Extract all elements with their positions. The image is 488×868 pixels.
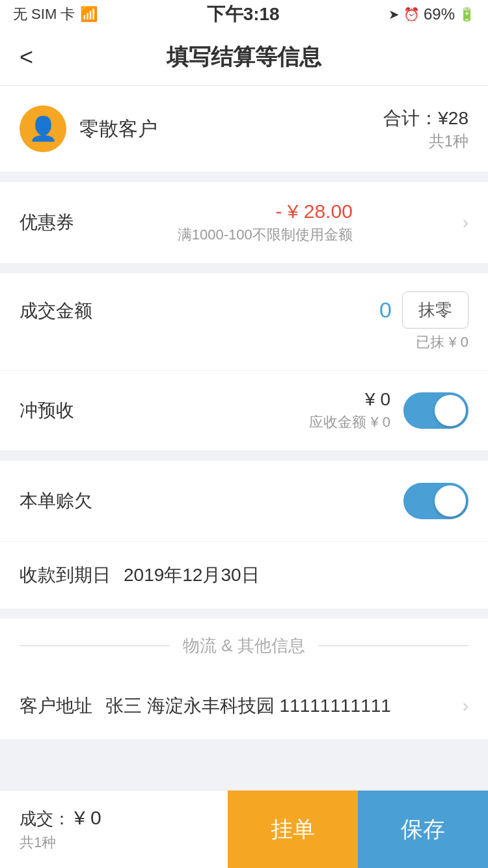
prepayment-toggle[interactable]: [403, 392, 468, 429]
duedate-row: 收款到期日 2019年12月30日: [0, 541, 488, 608]
status-left: 无 SIM 卡 📶: [13, 5, 98, 24]
customer-count: 共1种: [383, 131, 468, 152]
bottom-chengjiao: 成交： ¥ 0: [20, 807, 228, 830]
logistics-label: 物流 & 其他信息: [183, 634, 305, 657]
back-button[interactable]: <: [20, 44, 33, 71]
transaction-subtext: 已抹 ¥ 0: [416, 332, 468, 352]
hang-button[interactable]: 挂单: [228, 791, 358, 868]
debit-toggle-knob: [435, 485, 466, 517]
chengjiao-label: 成交：: [20, 807, 70, 830]
customer-row: 👤 零散客户 合计：¥28 共1种: [0, 86, 488, 172]
status-right: ➤ ⏰ 69% 🔋: [388, 5, 475, 23]
duedate-value: 2019年12月30日: [124, 563, 260, 588]
avatar-icon: 👤: [29, 115, 58, 142]
duedate-label: 收款到期日: [20, 563, 111, 588]
logistics-header: 物流 & 其他信息: [0, 619, 488, 673]
prepayment-values: ¥ 0 应收金额 ¥ 0: [309, 389, 390, 432]
customer-total: 合计：¥28: [383, 106, 468, 131]
coupon-row[interactable]: 优惠券 - ¥ 28.00 满1000-100不限制使用金额 ›: [0, 182, 488, 263]
wifi-icon: 📶: [80, 6, 98, 23]
prepayment-right: ¥ 0 应收金额 ¥ 0: [309, 389, 468, 432]
transaction-row: 成交金额 0 抹零 已抹 ¥ 0: [0, 273, 488, 370]
nav-bar: < 填写结算等信息: [0, 29, 488, 86]
address-arrow-icon: ›: [463, 696, 468, 716]
bottom-bar: 成交： ¥ 0 共1种 挂单 保存: [0, 790, 488, 868]
battery-text: 69%: [424, 5, 455, 23]
address-label: 客户地址: [20, 694, 92, 718]
coupon-arrow-icon: ›: [463, 212, 468, 233]
customer-name: 零散客户: [79, 116, 157, 142]
prepayment-row: 冲预收 ¥ 0 应收金额 ¥ 0: [0, 370, 488, 450]
prepayment-subtext: 应收金额 ¥ 0: [309, 413, 390, 432]
coupon-value: - ¥ 28.00: [275, 200, 352, 223]
bottom-info: 成交： ¥ 0 共1种: [0, 791, 228, 868]
address-section[interactable]: 客户地址 张三 海淀永丰科技园 11111111111 ›: [0, 673, 488, 739]
logistics-line-left: [20, 645, 170, 646]
status-time: 下午3:18: [207, 2, 280, 27]
alarm-icon: ⏰: [403, 7, 420, 22]
customer-total-info: 合计：¥28 共1种: [383, 106, 468, 152]
prepayment-value: ¥ 0: [365, 389, 390, 410]
debit-section: 本单赊欠 收款到期日 2019年12月30日: [0, 461, 488, 608]
address-row[interactable]: 客户地址 张三 海淀永丰科技园 11111111111 ›: [0, 673, 488, 739]
logistics-divider: 物流 & 其他信息: [0, 619, 488, 673]
address-value: 张三 海淀永丰科技园 11111111111: [105, 694, 463, 718]
logistics-line-right: [318, 645, 468, 646]
customer-info: 👤 零散客户: [20, 105, 157, 152]
transaction-label: 成交金额: [20, 292, 92, 331]
no-sim-text: 无 SIM 卡: [13, 5, 75, 24]
coupon-section[interactable]: 优惠券 - ¥ 28.00 满1000-100不限制使用金额 ›: [0, 182, 488, 263]
avatar: 👤: [20, 105, 66, 152]
customer-section: 👤 零散客户 合计：¥28 共1种: [0, 86, 488, 172]
save-button[interactable]: 保存: [358, 791, 488, 868]
location-icon: ➤: [388, 7, 400, 22]
toggle-knob: [435, 395, 466, 426]
page-title: 填写结算等信息: [167, 42, 321, 72]
transaction-value: 0: [379, 297, 392, 323]
debit-label: 本单赊欠: [20, 489, 92, 513]
coupon-right: - ¥ 28.00 满1000-100不限制使用金额: [178, 200, 353, 245]
round-zero-button[interactable]: 抹零: [402, 292, 468, 329]
coupon-label: 优惠券: [20, 210, 74, 235]
bottom-count: 共1种: [20, 833, 228, 852]
status-bar: 无 SIM 卡 📶 下午3:18 ➤ ⏰ 69% 🔋: [0, 0, 488, 29]
transaction-section: 成交金额 0 抹零 已抹 ¥ 0 冲预收 ¥ 0 应收金额 ¥ 0: [0, 273, 488, 450]
prepayment-label: 冲预收: [20, 398, 74, 423]
debit-toggle[interactable]: [403, 483, 468, 519]
chengjiao-value: ¥ 0: [74, 807, 102, 829]
battery-icon: 🔋: [459, 7, 475, 22]
coupon-subtext: 满1000-100不限制使用金额: [178, 225, 353, 245]
debit-row: 本单赊欠: [0, 461, 488, 541]
